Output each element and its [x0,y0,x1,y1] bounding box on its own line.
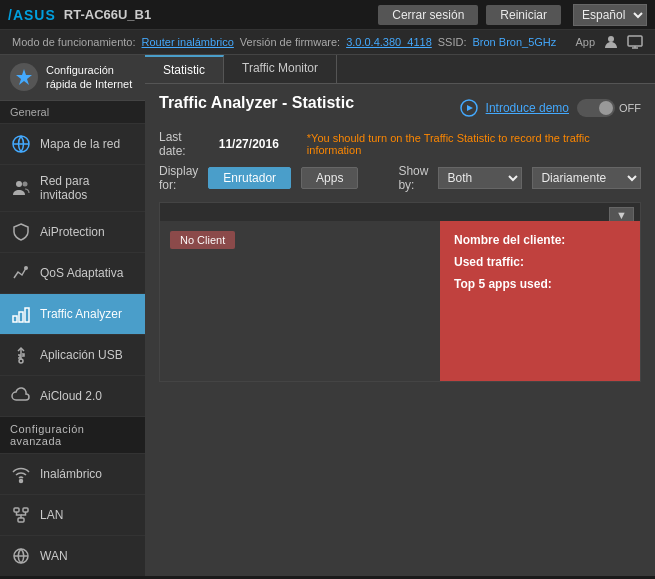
app-label: App [575,36,595,48]
ssid-label: SSID: [438,36,467,48]
guests-icon [10,177,32,199]
svg-marker-23 [467,105,473,111]
asus-logo: /ASUS [8,7,56,23]
display-for-label: Display for: [159,164,198,192]
model-name: RT-AC66U_B1 [64,7,151,22]
sidebar-item-traffic-label: Traffic Analyzer [40,307,122,321]
topbar-right-icons: App [575,34,643,50]
last-date-label: Last date: [159,130,211,158]
top-bar: /ASUS RT-AC66U_B1 Cerrar sesión Reinicia… [0,0,655,30]
usb-icon [10,344,32,366]
quick-setup-label: Configuración rápida de Internet [46,63,135,92]
toggle-off-label: OFF [619,102,641,114]
demo-link[interactable]: Introduce demo [486,101,569,115]
tab-statistic[interactable]: Statistic [145,55,224,83]
qos-icon [10,262,32,284]
sidebar-item-usb-label: Aplicación USB [40,348,123,362]
last-date-row: Last date: 11/27/2016 *You should turn o… [159,130,641,158]
sidebar-item-qos[interactable]: QoS Adaptativa [0,253,145,294]
reboot-button[interactable]: Reiniciar [486,5,561,25]
svg-point-12 [20,479,23,482]
last-date-value: 11/27/2016 [219,137,279,151]
bottom-panel: No Client Nombre del cliente: Used traff… [160,221,640,381]
language-select[interactable]: Español English [573,4,647,26]
svg-rect-9 [19,312,23,322]
sidebar-item-lan[interactable]: LAN [0,495,145,536]
sidebar-item-traffic[interactable]: Traffic Analyzer [0,294,145,335]
no-client-badge: No Client [170,231,235,249]
btn-router[interactable]: Enrutador [208,167,291,189]
tab-monitor[interactable]: Traffic Monitor [224,55,337,83]
mode-value: Router inalámbrico [142,36,234,48]
title-demo-row: Traffic Analyzer - Statistic Introduce d… [159,94,641,122]
used-traffic-row: Used traffic: [454,255,626,269]
cloud-icon [10,385,32,407]
sidebar-item-aiprotection-label: AiProtection [40,225,105,239]
ssid-value: Bron Bron_5GHz [473,36,557,48]
svg-point-0 [608,36,614,42]
sidebar-item-wan[interactable]: WAN [0,536,145,576]
play-circle-icon [460,99,478,117]
sidebar-item-guests[interactable]: Red para invitados [0,165,145,212]
svg-rect-13 [14,508,19,512]
general-section-label: General [0,101,145,124]
svg-rect-14 [23,508,28,512]
svg-point-7 [24,266,28,270]
quick-setup-icon [10,63,38,91]
no-client-area: No Client [160,221,440,381]
shield-icon [10,221,32,243]
sidebar-item-lan-label: LAN [40,508,63,522]
sidebar-item-guests-label: Red para invitados [40,174,135,202]
tabs-bar: Statistic Traffic Monitor [145,55,655,84]
sidebar-item-aiprotection[interactable]: AiProtection [0,212,145,253]
show-by-label: Show by: [398,164,428,192]
fw-value: 3.0.0.4.380_4118 [346,36,432,48]
sidebar-item-aicloud-label: AiCloud 2.0 [40,389,102,403]
advanced-section-label: Configuración avanzada [0,417,145,454]
used-traffic-label: Used traffic: [454,255,524,269]
monitor-icon [627,34,643,50]
svg-rect-8 [13,316,17,322]
sidebar-item-usb[interactable]: Aplicación USB [0,335,145,376]
sidebar-item-aicloud[interactable]: AiCloud 2.0 [0,376,145,417]
sidebar-item-map-label: Mapa de la red [40,137,120,151]
svg-point-11 [19,359,23,363]
chart-body: No Client Nombre del cliente: Used traff… [160,228,640,381]
toggle-off-area: OFF [577,99,641,117]
wan-icon [10,545,32,567]
btn-apps[interactable]: Apps [301,167,358,189]
quick-setup-item[interactable]: Configuración rápida de Internet [0,55,145,101]
wifi-icon [10,463,32,485]
sidebar-item-wireless-label: Inalámbrico [40,467,102,481]
sidebar-item-wan-label: WAN [40,549,68,563]
client-name-row: Nombre del cliente: [454,233,626,247]
toggle-switch[interactable] [577,99,615,117]
svg-rect-15 [18,518,24,522]
sidebar-item-qos-label: QoS Adaptativa [40,266,123,280]
info-bar: Modo de funcionamiento: Router inalámbri… [0,30,655,55]
traffic-icon [10,303,32,325]
svg-rect-1 [628,36,642,46]
sidebar: Configuración rápida de Internet General… [0,55,145,576]
user-icon [603,34,619,50]
logout-button[interactable]: Cerrar sesión [378,5,478,25]
main-layout: Configuración rápida de Internet General… [0,55,655,576]
content-area: Statistic Traffic Monitor Traffic Analyz… [145,55,655,576]
warning-text: *You should turn on the Traffic Statisti… [307,132,641,156]
info-panel: Nombre del cliente: Used traffic: Top 5 … [440,221,640,381]
mode-label: Modo de funcionamiento: [12,36,136,48]
content-inner: Traffic Analyzer - Statistic Introduce d… [145,84,655,576]
svg-point-5 [16,181,22,187]
show-by-select[interactable]: Both Download Upload [438,167,522,189]
sidebar-item-wireless[interactable]: Inalámbrico [0,454,145,495]
demo-area: Introduce demo OFF [460,99,641,117]
svg-rect-10 [25,308,29,322]
page-title: Traffic Analyzer - Statistic [159,94,460,112]
network-map-icon [10,133,32,155]
fw-label: Versión de firmware: [240,36,340,48]
svg-point-6 [23,181,28,186]
sidebar-item-map[interactable]: Mapa de la red [0,124,145,165]
period-select[interactable]: Diariamente Mensualmente [532,167,641,189]
top5-row: Top 5 apps used: [454,277,626,291]
top5-label: Top 5 apps used: [454,277,552,291]
